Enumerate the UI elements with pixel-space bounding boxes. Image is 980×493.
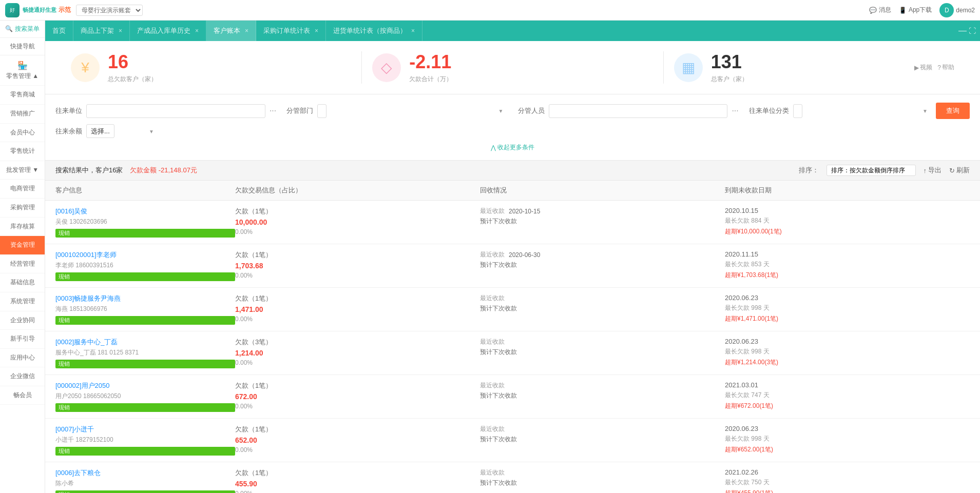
tab-incoming-stats[interactable]: 进货单统计表（按商品） × [326, 21, 422, 41]
sidebar-item-ecommerce[interactable]: 电商管理 [0, 180, 45, 199]
debt-amount-7[interactable]: 455.90 [235, 480, 480, 488]
user-area[interactable]: D demo2 [939, 3, 975, 17]
message-icon: 💬 [869, 7, 877, 14]
tab-close-production-history[interactable]: × [195, 27, 199, 34]
customer-name-1[interactable]: [0016]吴俊 [55, 207, 235, 216]
sidebar-item-newbie[interactable]: 新手引导 [0, 330, 45, 349]
sidebar-item-marketing[interactable]: 营销推广 [0, 105, 45, 124]
tab-home[interactable]: 首页 [45, 21, 73, 41]
table-row: [0006]去下粮仓 陈小希 现销 欠款（1笔） 455.90 0.00% [45, 462, 980, 493]
balance-select-wrapper: 选择... [86, 124, 158, 138]
debt-amount-6[interactable]: 652.00 [235, 436, 480, 444]
overdue-amount-2[interactable]: 超期¥1,703.68(1笔) [725, 271, 970, 280]
sidebar-item-operations[interactable]: 经营管理 [0, 255, 45, 274]
from-unit-dots[interactable]: ··· [270, 106, 276, 115]
sidebar-item-enterprise[interactable]: 企业协同 [0, 311, 45, 330]
sidebar-item-system[interactable]: 系统管理 [0, 292, 45, 311]
recovery-info-5: 最近收款 预计下次收款 [480, 381, 725, 400]
search-menu-btn[interactable]: 🔍 搜索菜单 [0, 21, 45, 38]
overdue-amount-5[interactable]: 超期¥672.00(1笔) [725, 402, 970, 410]
tab-close-purchase-order[interactable]: × [315, 27, 318, 34]
customer-name-6[interactable]: [0007]小迸千 [55, 425, 235, 434]
sort-select[interactable]: 排序：按欠款金额倒序排序 [827, 165, 916, 176]
overdue-amount-7[interactable]: 超期¥455.90(1笔) [725, 489, 970, 493]
customer-tag-1: 现销 [55, 229, 235, 238]
sidebar-item-basic-info[interactable]: 基础信息 [0, 273, 45, 292]
tab-close-customer-account[interactable]: × [245, 27, 248, 34]
debt-amount-5[interactable]: 672.00 [235, 392, 480, 401]
overdue-amount-3[interactable]: 超期¥1,471.00(1笔) [725, 314, 970, 323]
tab-product-listing[interactable]: 商品上下架 × [73, 21, 130, 41]
sidebar-item-retail-mgmt[interactable]: 🏪 零售管理 ▲ [0, 55, 45, 86]
sidebar-item-member[interactable]: 会员中心 [0, 124, 45, 143]
debt-count-7: 欠款（1笔） [235, 468, 480, 478]
sidebar-item-purchase[interactable]: 采购管理 [0, 199, 45, 218]
minimize-icon[interactable]: — [958, 26, 967, 35]
logo-area: 好 畅捷通好生意 [5, 3, 56, 17]
customer-name-7[interactable]: [0006]去下粮仓 [55, 468, 235, 478]
store-select[interactable]: 母婴行业演示账套 [76, 5, 143, 16]
sidebar-item-wholesale-mgmt[interactable]: 批发管理 ▼ [0, 161, 45, 180]
customer-phone-2: 李老师 18600391516 [55, 261, 235, 270]
manager-input[interactable] [549, 104, 728, 118]
customer-name-3[interactable]: [0003]畅捷服务尹海燕 [55, 294, 235, 303]
sidebar-item-retail-stats[interactable]: 零售统计 [0, 142, 45, 161]
overdue-amount-6[interactable]: 超期¥652.00(1笔) [725, 445, 970, 454]
debt-amount-1[interactable]: 10,000.00 [235, 218, 480, 226]
customer-name-5[interactable]: [000002]用户2050 [55, 381, 235, 390]
debt-amount-icon: ◇ [372, 53, 401, 82]
maximize-icon[interactable]: ⛶ [969, 27, 976, 35]
customer-name-2[interactable]: [0001020001]李老师 [55, 250, 235, 260]
debt-percent-6: 0.00% [235, 446, 480, 453]
sidebar: 🔍 搜索菜单 快捷导航 🏪 零售管理 ▲ 零售商城 营销推广 会员中心 零售统计 [0, 21, 45, 493]
tab-customer-account[interactable]: 客户账本 × [206, 21, 256, 41]
collapse-btn[interactable]: ⋀ 收起更多条件 [491, 143, 534, 152]
tab-close-incoming-stats[interactable]: × [411, 27, 415, 34]
due-info-6: 2020.06.23 最长欠款 998 天 超期¥652.00(1笔) [725, 425, 970, 454]
customer-phone-7: 陈小希 [55, 479, 235, 488]
dept-select[interactable] [317, 104, 326, 118]
from-unit-input[interactable] [86, 104, 265, 118]
debt-amount-4[interactable]: 1,214.00 [235, 349, 480, 357]
customer-tag-6: 现销 [55, 447, 235, 456]
customer-info-6: [0007]小迸千 小迸千 18279152100 现销 [55, 425, 235, 456]
debt-info-5: 欠款（1笔） 672.00 0.00% [235, 381, 480, 410]
from-unit-label: 往来单位 [55, 106, 82, 115]
main-area: 🔍 搜索菜单 快捷导航 🏪 零售管理 ▲ 零售商城 营销推广 会员中心 零售统计 [0, 21, 980, 493]
tab-purchase-order[interactable]: 采购订单统计表 × [256, 21, 326, 41]
overdue-amount-4[interactable]: 超期¥1,214.00(3笔) [725, 358, 970, 367]
refresh-btn[interactable]: ↻ 刷新 [949, 166, 970, 175]
quick-nav-btn[interactable]: 快捷导航 [0, 38, 45, 55]
help-icon: ? [937, 64, 941, 71]
customer-info-1: [0016]吴俊 吴俊 13026203696 现销 [55, 207, 235, 238]
view-btn[interactable]: ▶ 视频 [914, 63, 932, 72]
total-customers-label: 总客户（家） [711, 75, 748, 84]
recovery-info-2: 最近收款 2020-06-30 预计下次收款 [480, 250, 725, 269]
main-content: ¥ 16 总欠款客户（家） ◇ -2.11 欠款合计（万） [45, 41, 980, 493]
sidebar-item-enterprise-wechat[interactable]: 企业微信 [0, 367, 45, 386]
export-btn[interactable]: ↑ 导出 [924, 166, 942, 175]
sidebar-item-finance[interactable]: 资金管理 [0, 236, 45, 255]
sidebar-item-retail-mall[interactable]: 零售商城 [0, 86, 45, 105]
brand-label[interactable]: 示范 [59, 3, 71, 17]
overdue-amount-1[interactable]: 超期¥10,000.00(1笔) [725, 227, 970, 236]
search-button[interactable]: 查询 [936, 103, 970, 119]
total-customers-number: 131 [711, 51, 748, 73]
help-btn[interactable]: ? 帮助 [937, 63, 954, 72]
tab-close-product-listing[interactable]: × [119, 27, 122, 34]
sidebar-item-app-center[interactable]: 应用中心 [0, 349, 45, 368]
results-info: 搜索结果中，客户16家 欠款金额 -21,148.07元 [55, 166, 197, 175]
customer-name-4[interactable]: [0002]服务中心_丁磊 [55, 338, 235, 347]
tab-production-history[interactable]: 产成品入库单历史 × [130, 21, 206, 41]
balance-select[interactable]: 选择... [86, 124, 114, 138]
message-btn[interactable]: 💬 消息 [869, 6, 891, 14]
top-bar-right: 💬 消息 📱 App下载 D demo2 [869, 3, 975, 17]
sidebar-item-inventory[interactable]: 库存核算 [0, 218, 45, 236]
manager-dots[interactable]: ··· [732, 106, 738, 115]
debt-amount-2[interactable]: 1,703.68 [235, 262, 480, 270]
app-download-btn[interactable]: 📱 App下载 [899, 6, 932, 14]
unit-category-select[interactable] [793, 104, 802, 118]
sidebar-item-member-plus[interactable]: 畅会员 [0, 386, 45, 405]
debt-amount-3[interactable]: 1,471.00 [235, 305, 480, 313]
table-row: [0003]畅捷服务尹海燕 海燕 18513066976 现销 欠款（1笔） 1… [45, 288, 980, 331]
